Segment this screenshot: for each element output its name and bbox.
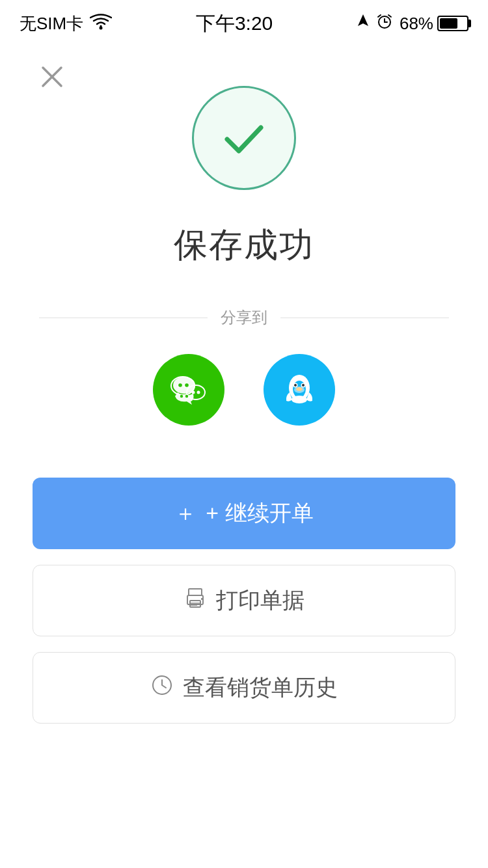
divider-right <box>280 318 449 318</box>
alarm-icon <box>376 13 393 34</box>
print-button[interactable]: 打印单据 <box>33 565 455 636</box>
status-time: 下午3:20 <box>196 10 273 37</box>
action-buttons: ＋ + 继续开单 打印单据 <box>0 478 488 724</box>
share-label: 分享到 <box>221 307 267 328</box>
svg-rect-29 <box>201 598 203 600</box>
share-section: 分享到 <box>0 307 488 426</box>
printer-icon <box>183 586 207 615</box>
svg-point-8 <box>192 391 195 394</box>
svg-point-9 <box>197 391 200 394</box>
status-left: 无SIM卡 <box>20 12 112 35</box>
status-right: 68% <box>357 13 468 34</box>
svg-point-22 <box>291 396 307 403</box>
clock-icon <box>150 673 174 702</box>
continue-button[interactable]: ＋ + 继续开单 <box>33 478 455 549</box>
wechat-share-button[interactable] <box>153 354 224 426</box>
status-bar: 无SIM卡 下午3:20 68% <box>0 0 488 47</box>
svg-point-13 <box>180 395 183 398</box>
history-button[interactable]: 查看销货单历史 <box>33 652 455 724</box>
history-label: 查看销货单历史 <box>183 673 338 703</box>
main-content: 保存成功 分享到 <box>0 47 488 724</box>
divider-left <box>39 318 208 318</box>
share-icons <box>39 354 449 426</box>
svg-point-19 <box>294 384 297 387</box>
share-divider: 分享到 <box>39 307 449 328</box>
carrier-text: 无SIM卡 <box>20 12 83 35</box>
qq-share-button[interactable] <box>264 354 335 426</box>
svg-point-14 <box>185 395 188 398</box>
wifi-icon <box>90 13 112 34</box>
svg-point-20 <box>302 384 305 387</box>
svg-point-10 <box>173 377 195 394</box>
print-label: 打印单据 <box>216 586 305 616</box>
battery: 68% <box>400 14 468 34</box>
svg-rect-24 <box>189 589 202 595</box>
plus-icon: ＋ <box>174 498 197 528</box>
battery-fill <box>440 18 457 29</box>
svg-point-23 <box>294 387 305 393</box>
success-icon-circle <box>192 86 296 190</box>
close-button[interactable] <box>33 57 72 96</box>
svg-point-12 <box>185 383 189 387</box>
svg-point-11 <box>178 383 182 387</box>
success-title: 保存成功 <box>174 223 314 268</box>
continue-label: + 继续开单 <box>206 498 313 528</box>
svg-point-0 <box>100 26 103 29</box>
battery-bar <box>437 16 468 31</box>
location-icon <box>357 13 370 34</box>
battery-percent: 68% <box>400 14 433 34</box>
